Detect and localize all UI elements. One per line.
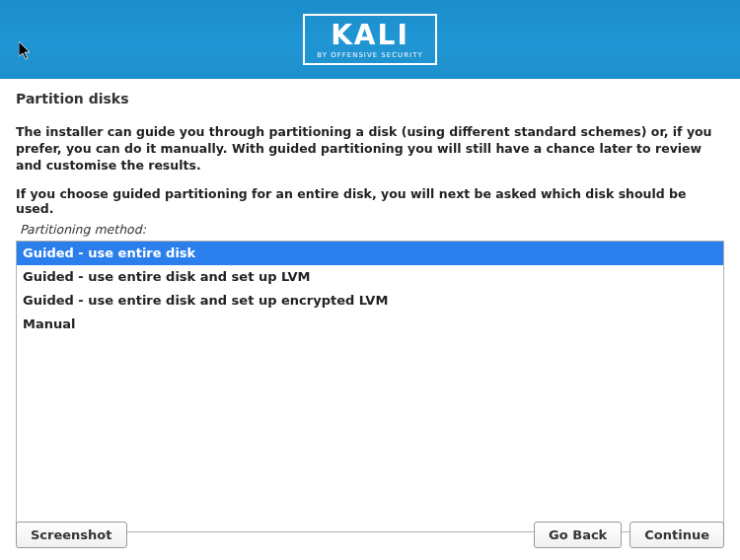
option-manual[interactable]: Manual <box>17 313 723 336</box>
continue-button[interactable]: Continue <box>629 522 724 548</box>
logo-text-main: KALI <box>317 22 422 49</box>
option-guided-encrypted-lvm[interactable]: Guided - use entire disk and set up encr… <box>17 289 723 313</box>
page-title: Partition disks <box>16 91 724 106</box>
go-back-button[interactable]: Go Back <box>534 522 622 548</box>
kali-logo: KALI BY OFFENSIVE SECURITY <box>303 14 436 65</box>
description-text: The installer can guide you through part… <box>16 124 724 175</box>
option-guided-entire-disk[interactable]: Guided - use entire disk <box>17 242 723 265</box>
button-bar: Screenshot Go Back Continue <box>16 522 724 548</box>
field-label: Partitioning method: <box>20 222 724 237</box>
logo-text-sub: BY OFFENSIVE SECURITY <box>317 51 422 59</box>
sub-description-text: If you choose guided partitioning for an… <box>16 186 724 216</box>
partition-method-list[interactable]: Guided - use entire disk Guided - use en… <box>16 241 724 532</box>
nav-button-group: Go Back Continue <box>534 522 724 548</box>
option-guided-lvm[interactable]: Guided - use entire disk and set up LVM <box>17 265 723 289</box>
header-banner: KALI BY OFFENSIVE SECURITY <box>0 0 740 79</box>
content-area: Partition disks The installer can guide … <box>0 79 740 532</box>
screenshot-button[interactable]: Screenshot <box>16 522 127 548</box>
